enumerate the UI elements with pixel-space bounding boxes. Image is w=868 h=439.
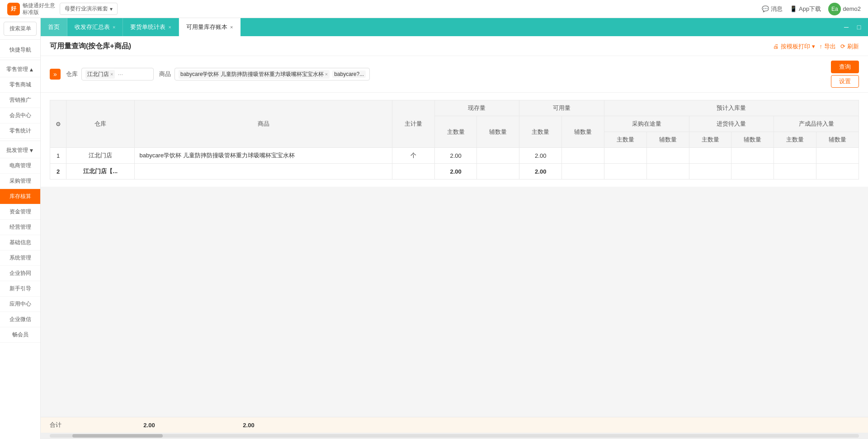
row-2-prod-main <box>774 164 816 179</box>
sidebar-item-quick-nav[interactable]: 快捷导航 <box>0 42 40 58</box>
top-bar-left: 好 畅捷通好生意 标准版 母婴行业演示账套 ▾ <box>7 2 118 15</box>
product-label: 商品 <box>159 70 171 78</box>
tab-close-icon-1[interactable]: × <box>113 24 115 30</box>
scroll-thumb[interactable] <box>72 434 163 438</box>
query-button[interactable]: 查询 <box>831 61 859 73</box>
prod-aux-qty-header: 辅数量 <box>816 132 859 148</box>
purchase-main-qty-header: 主数量 <box>604 132 646 148</box>
scroll-track[interactable] <box>50 434 859 438</box>
product-tag-2: babycare?... <box>332 71 366 78</box>
row-2-avail-main: 2.00 <box>519 164 562 179</box>
window-minimize-button[interactable]: ─ <box>841 22 852 33</box>
sidebar-item-ecommerce[interactable]: 电商管理 <box>0 158 40 174</box>
sidebar: 搜索菜单 快捷导航 零售管理 ▲ 零售商城 营销推广 会员中心 零售统计 批发管… <box>0 18 41 439</box>
sidebar-item-guide[interactable]: 新手引导 <box>0 281 40 297</box>
tab-receive-send-summary[interactable]: 收发存汇总表 × <box>67 18 123 36</box>
sidebar-item-basic-info[interactable]: 基础信息 <box>0 235 40 250</box>
sidebar-divider-2 <box>0 141 40 141</box>
export-button[interactable]: ↑ 导出 <box>820 42 836 51</box>
expand-filter-button[interactable]: » <box>50 69 61 80</box>
tab-close-icon-2[interactable]: × <box>168 24 171 30</box>
top-bar: 好 畅捷通好生意 标准版 母婴行业演示账套 ▾ 💬 消息 📱 App下载 Ea … <box>0 0 868 18</box>
template-print-button[interactable]: 🖨 按模板打印 ▾ <box>773 42 815 51</box>
settings-column-header[interactable]: ⚙ <box>50 100 66 148</box>
sidebar-item-operations[interactable]: 经营管理 <box>0 220 40 235</box>
tab-order-stats[interactable]: 要货单统计表 × <box>123 18 179 36</box>
row-1-stock-aux <box>477 148 519 164</box>
arrow-icon: ▲ <box>29 66 34 73</box>
available-column-header: 可用量 <box>519 100 604 116</box>
setting-button[interactable]: 设置 <box>831 75 859 88</box>
stock-main-qty-header: 主数量 <box>434 116 477 148</box>
sidebar-item-enterprise-wechat[interactable]: 企业微信 <box>0 312 40 327</box>
warehouse-column-header: 仓库 <box>66 100 135 148</box>
page-header-actions: 🖨 按模板打印 ▾ ↑ 导出 ⟳ 刷新 <box>773 42 859 51</box>
export-icon: ↑ <box>820 43 823 50</box>
sidebar-item-member-center[interactable]: 会员中心 <box>0 108 40 123</box>
page-title: 可用量查询(按仓库+商品) <box>50 42 131 51</box>
row-1-warehouse: 江北门店 <box>66 148 135 164</box>
filter-area: » 仓库 江北门店 × ··· 商品 <box>41 56 868 93</box>
row-2-product <box>135 164 392 179</box>
content-area: 首页 收发存汇总表 × 要货单统计表 × 可用量库存账本 × ─ □ <box>41 18 868 439</box>
tab-bar-right: ─ □ <box>841 22 868 33</box>
sidebar-item-inventory[interactable]: 库存核算 <box>0 189 40 204</box>
warehouse-label: 仓库 <box>66 70 78 78</box>
main-layout: 搜索菜单 快捷导航 零售管理 ▲ 零售商城 营销推广 会员中心 零售统计 批发管… <box>0 18 868 439</box>
avail-aux-qty-header: 辅数量 <box>562 116 604 148</box>
row-2-avail-aux <box>562 164 604 179</box>
tab-home[interactable]: 首页 <box>41 18 67 36</box>
warehouse-input[interactable]: 江北门店 × ··· <box>81 68 154 80</box>
dropdown-arrow-icon: ▾ <box>110 6 113 12</box>
product-tag-1: babycare学饮杯 儿童防摔防撞吸管杯重力球吸嘴杯宝宝水杯 × <box>179 70 330 79</box>
sidebar-item-app-center[interactable]: 应用中心 <box>0 297 40 312</box>
app-download-action[interactable]: 📱 App下载 <box>790 5 821 13</box>
sidebar-item-retail-management[interactable]: 零售管理 ▲ <box>0 62 40 77</box>
sidebar-item-retail-stats[interactable]: 零售统计 <box>0 123 40 139</box>
inbound-main-qty-header: 主数量 <box>689 132 731 148</box>
tab-available-inventory[interactable]: 可用量库存账本 × <box>179 18 241 36</box>
refresh-button[interactable]: ⟳ 刷新 <box>840 42 859 51</box>
window-maximize-button[interactable]: □ <box>854 22 864 33</box>
table-body: 1 江北门店 babycare学饮杯 儿童防摔防撞吸管杯重力球吸嘴杯宝宝水杯 个… <box>50 148 859 179</box>
sidebar-search-button[interactable]: 搜索菜单 <box>4 22 37 36</box>
row-1-inb-aux <box>731 148 774 164</box>
row-2-pur-main <box>604 164 646 179</box>
sidebar-item-wholesale-management[interactable]: 批发管理 ▼ <box>0 143 40 158</box>
sidebar-item-marketing[interactable]: 营销推广 <box>0 93 40 108</box>
print-dropdown-icon: ▾ <box>812 43 815 50</box>
page-inner: 可用量查询(按仓库+商品) 🖨 按模板打印 ▾ ↑ 导出 ⟳ <box>41 36 868 187</box>
sidebar-item-purchase[interactable]: 采购管理 <box>0 174 40 189</box>
sidebar-item-finance[interactable]: 资金管理 <box>0 204 40 220</box>
row-2-warehouse: 江北门店【... <box>66 164 135 179</box>
page-header: 可用量查询(按仓库+商品) 🖨 按模板打印 ▾ ↑ 导出 ⟳ <box>41 36 868 56</box>
row-2-inb-aux <box>731 164 774 179</box>
production-pending-header: 产成品待入量 <box>774 116 859 132</box>
sidebar-item-member[interactable]: 畅会员 <box>0 327 40 343</box>
top-bar-right: 💬 消息 📱 App下载 Ea demo2 <box>762 3 861 15</box>
sidebar-item-enterprise-collab[interactable]: 企业协同 <box>0 266 40 281</box>
warehouse-tag-close[interactable]: × <box>110 71 113 77</box>
row-1-pur-aux <box>646 148 689 164</box>
tab-bar: 首页 收发存汇总表 × 要货单统计表 × 可用量库存账本 × ─ □ <box>41 18 868 36</box>
row-2-inb-main <box>689 164 731 179</box>
scroll-area <box>41 433 868 439</box>
page-content: 可用量查询(按仓库+商品) 🖨 按模板打印 ▾ ↑ 导出 ⟳ <box>41 36 868 417</box>
avail-main-qty-header: 主数量 <box>519 116 562 148</box>
avatar: Ea <box>828 3 841 15</box>
message-action[interactable]: 💬 消息 <box>762 5 783 13</box>
sidebar-item-system[interactable]: 系统管理 <box>0 250 40 266</box>
row-2-prod-aux <box>816 164 859 179</box>
tab-close-icon-3[interactable]: × <box>230 24 233 30</box>
table-footer: 合计 2.00 2.00 <box>41 417 868 433</box>
product-tag-close-1[interactable]: × <box>325 71 328 77</box>
product-input[interactable]: babycare学饮杯 儿童防摔防撞吸管杯重力球吸嘴杯宝宝水杯 × babyca… <box>175 68 370 80</box>
industry-selector[interactable]: 母婴行业演示账套 ▾ <box>60 3 118 15</box>
row-1-index: 1 <box>50 148 66 164</box>
filter-actions: 查询 设置 <box>831 61 859 88</box>
warehouse-ellipsis[interactable]: ··· <box>118 71 123 78</box>
user-profile[interactable]: Ea demo2 <box>828 3 861 15</box>
row-2-index: 2 <box>50 164 66 179</box>
sidebar-item-retail-mall[interactable]: 零售商城 <box>0 77 40 93</box>
row-1-prod-main <box>774 148 816 164</box>
